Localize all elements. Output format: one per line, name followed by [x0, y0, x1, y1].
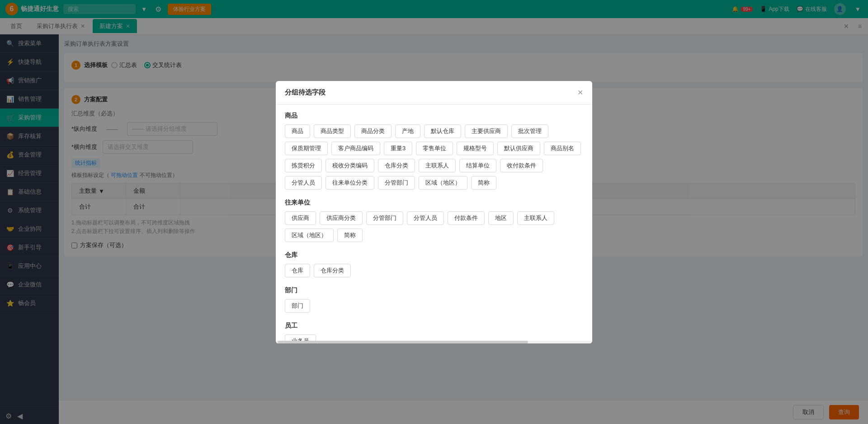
field-tag[interactable]: 仓库分类 — [378, 159, 415, 172]
field-tag[interactable]: 商品分类 — [354, 124, 392, 138]
field-tag[interactable]: 付款条件 — [448, 211, 485, 225]
field-tag[interactable]: 零售单位 — [416, 142, 453, 155]
modal-close-btn[interactable]: ✕ — [577, 88, 583, 97]
field-tag[interactable]: 分管人员 — [407, 211, 444, 225]
field-section-goods: 商品 商品商品类型商品分类产地默认仓库主要供应商批次管理保质期管理客户商品编码重… — [285, 112, 583, 190]
field-tag[interactable]: 简称 — [471, 176, 496, 190]
field-tag[interactable]: 分管部门 — [366, 211, 403, 225]
field-tag[interactable]: 商品别名 — [544, 142, 581, 155]
field-section-department-title: 部门 — [285, 286, 583, 295]
field-section-partner: 往来单位 供应商供应商分类分管部门分管人员付款条件地区主联系人区域（地区）简称 — [285, 199, 583, 242]
field-tag[interactable]: 批次管理 — [511, 124, 548, 138]
field-tag[interactable]: 商品 — [285, 124, 310, 138]
modal-hscrollbar-thumb — [278, 341, 528, 343]
field-tag[interactable]: 区域（地区） — [419, 176, 467, 190]
field-tag[interactable]: 业务员 — [285, 334, 316, 341]
modal-body: 商品 商品商品类型商品分类产地默认仓库主要供应商批次管理保质期管理客户商品编码重… — [276, 105, 592, 341]
field-tag[interactable]: 规格型号 — [457, 142, 494, 155]
field-tag[interactable]: 税收分类编码 — [326, 159, 374, 172]
field-tag[interactable]: 部门 — [285, 299, 310, 313]
field-tags-warehouse: 仓库仓库分类 — [285, 264, 583, 277]
field-tag[interactable]: 结算单位 — [459, 159, 496, 172]
modal-overlay: 分组待选字段 ✕ 商品 商品商品类型商品分类产地默认仓库主要供应商批次管理保质期… — [0, 0, 868, 424]
field-tags-employee: 业务员 — [285, 334, 583, 341]
field-section-employee: 员工 业务员 — [285, 322, 583, 341]
field-tag[interactable]: 分管部门 — [378, 176, 415, 190]
field-tag[interactable]: 重量3 — [384, 142, 412, 155]
field-tag[interactable]: 默认仓库 — [424, 124, 461, 138]
field-section-goods-title: 商品 — [285, 112, 583, 120]
field-tag[interactable]: 分管人员 — [285, 176, 322, 190]
field-tag[interactable]: 拣货积分 — [285, 159, 322, 172]
modal-title: 分组待选字段 — [285, 88, 326, 97]
field-tag[interactable]: 供应商分类 — [320, 211, 363, 225]
modal-hscrollbar — [276, 341, 592, 343]
field-section-department: 部门 部门 — [285, 286, 583, 313]
field-section-partner-title: 往来单位 — [285, 199, 583, 207]
field-tag[interactable]: 仓库 — [285, 264, 310, 277]
field-section-warehouse: 仓库 仓库仓库分类 — [285, 251, 583, 277]
modal-header: 分组待选字段 ✕ — [276, 81, 592, 105]
field-tags-partner: 供应商供应商分类分管部门分管人员付款条件地区主联系人区域（地区）简称 — [285, 211, 583, 242]
field-tag[interactable]: 主联系人 — [517, 211, 554, 225]
field-section-warehouse-title: 仓库 — [285, 251, 583, 259]
modal: 分组待选字段 ✕ 商品 商品商品类型商品分类产地默认仓库主要供应商批次管理保质期… — [276, 81, 592, 343]
field-tag[interactable]: 区域（地区） — [285, 229, 334, 242]
field-tag[interactable]: 仓库分类 — [314, 264, 351, 277]
field-tag[interactable]: 商品类型 — [314, 124, 351, 138]
field-tag[interactable]: 默认供应商 — [497, 142, 540, 155]
field-tag[interactable]: 主联系人 — [419, 159, 456, 172]
field-tags-goods: 商品商品类型商品分类产地默认仓库主要供应商批次管理保质期管理客户商品编码重量3零… — [285, 124, 583, 190]
field-section-employee-title: 员工 — [285, 322, 583, 330]
field-tag[interactable]: 客户商品编码 — [331, 142, 380, 155]
field-tag[interactable]: 简称 — [337, 229, 363, 242]
field-tag[interactable]: 产地 — [395, 124, 420, 138]
field-tag[interactable]: 主要供应商 — [465, 124, 508, 138]
field-tag[interactable]: 收付款条件 — [500, 159, 543, 172]
field-tags-department: 部门 — [285, 299, 583, 313]
field-tag[interactable]: 保质期管理 — [285, 142, 328, 155]
field-tag[interactable]: 地区 — [488, 211, 514, 225]
field-tag[interactable]: 供应商 — [285, 211, 316, 225]
field-tag[interactable]: 往来单位分类 — [326, 176, 374, 190]
